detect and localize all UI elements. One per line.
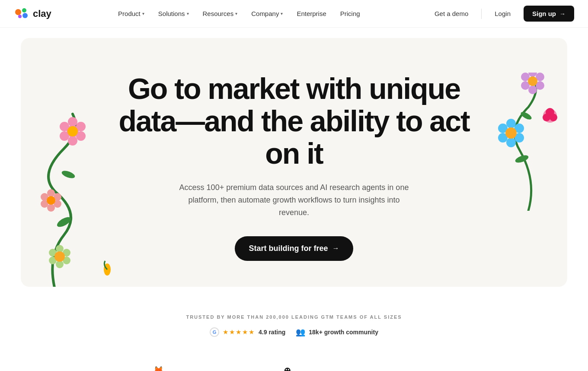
svg-point-10 — [60, 122, 69, 131]
nav-enterprise-label: Enterprise — [297, 10, 326, 17]
svg-point-33 — [528, 86, 537, 94]
svg-point-14 — [54, 193, 61, 201]
logo[interactable]: clay — [14, 6, 51, 22]
svg-point-23 — [56, 260, 64, 268]
svg-point-38 — [514, 124, 524, 133]
nav-resources[interactable]: Resources ▾ — [197, 6, 244, 21]
svg-point-45 — [546, 108, 554, 117]
svg-point-26 — [54, 251, 65, 262]
logo-canva[interactable]: Canva — [35, 364, 86, 371]
logo-anthropic[interactable]: ANTHROPIC Case study — [437, 364, 502, 371]
logos-section: Canva HubSpot 🦊 Vanta Case study ⊟ INTER… — [0, 346, 588, 371]
nav-product[interactable]: Product ▾ — [112, 6, 150, 21]
nav-solutions[interactable]: Solutions ▾ — [152, 6, 195, 21]
arrow-icon: → — [559, 10, 566, 17]
logos-row-1: Canva HubSpot 🦊 Vanta Case study ⊟ INTER… — [35, 358, 553, 371]
navigation: clay Product ▾ Solutions ▾ Resources ▾ C… — [0, 0, 588, 28]
trust-section: TRUSTED BY MORE THAN 200,000 LEADING GTM… — [0, 297, 588, 346]
chevron-down-icon: ▾ — [142, 11, 144, 16]
svg-point-41 — [498, 133, 508, 143]
clay-logo-icon — [14, 6, 29, 22]
svg-point-36 — [528, 76, 537, 86]
logo-airbnb[interactable]: ⌂ airbnb — [386, 362, 438, 371]
svg-point-39 — [514, 133, 524, 143]
chevron-down-icon: ▾ — [187, 11, 189, 16]
svg-point-19 — [47, 196, 55, 205]
cta-button[interactable]: Start building for free → — [235, 236, 353, 261]
svg-point-28 — [55, 215, 72, 229]
svg-point-27 — [104, 263, 111, 276]
svg-point-24 — [49, 257, 57, 264]
signup-label: Sign up — [532, 10, 556, 17]
svg-point-1 — [22, 8, 26, 13]
svg-point-29 — [61, 169, 76, 180]
svg-point-47 — [543, 114, 550, 121]
svg-point-31 — [536, 73, 544, 81]
svg-point-11 — [67, 126, 78, 136]
svg-point-30 — [528, 73, 537, 77]
trust-label: TRUSTED BY MORE THAN 200,000 LEADING GTM… — [21, 314, 567, 320]
nav-company[interactable]: Company ▾ — [245, 6, 289, 21]
chevron-down-icon: ▾ — [235, 11, 237, 16]
svg-point-7 — [76, 131, 86, 141]
logo-square[interactable]: ▣ Square — [326, 364, 386, 371]
nav-divider — [481, 9, 482, 19]
logo-intercom[interactable]: ⊟ INTERCOM — [195, 364, 275, 371]
logo-retool[interactable]: ⟺ Retool — [502, 362, 553, 371]
nav-pricing[interactable]: Pricing — [334, 6, 366, 21]
g2-icon: G — [210, 327, 219, 337]
svg-point-20 — [56, 245, 64, 253]
svg-point-3 — [18, 15, 22, 18]
nav-pricing-label: Pricing — [340, 10, 360, 17]
nav-product-label: Product — [118, 10, 141, 17]
svg-point-18 — [41, 193, 48, 201]
svg-point-9 — [60, 131, 69, 141]
nav-enterprise[interactable]: Enterprise — [291, 6, 332, 21]
svg-point-6 — [76, 122, 86, 131]
hero-title: Go to market with unique data—and the ab… — [99, 73, 489, 169]
g2-rating-stat: G ★★★★★ 4.9 rating — [210, 327, 285, 337]
nav-actions: Get a demo Login Sign up → — [427, 6, 574, 22]
svg-point-13 — [47, 189, 55, 197]
get-demo-button[interactable]: Get a demo — [427, 6, 476, 22]
login-button[interactable]: Login — [487, 6, 518, 22]
svg-point-46 — [550, 114, 557, 121]
hero-section: Go to market with unique data—and the ab… — [21, 38, 567, 287]
svg-point-49 — [520, 111, 533, 121]
svg-point-12 — [47, 196, 55, 205]
nav-links: Product ▾ Solutions ▾ Resources ▾ Compan… — [112, 6, 366, 21]
trust-stats: G ★★★★★ 4.9 rating 👥 18k+ growth communi… — [21, 327, 567, 337]
nav-resources-label: Resources — [203, 10, 234, 17]
svg-point-34 — [521, 81, 530, 90]
svg-point-15 — [54, 200, 61, 208]
svg-point-42 — [498, 124, 508, 133]
svg-point-2 — [22, 13, 28, 18]
svg-point-22 — [63, 257, 70, 264]
svg-point-35 — [521, 73, 530, 81]
nav-company-label: Company — [251, 10, 279, 17]
svg-point-17 — [41, 200, 48, 208]
logo-text: clay — [33, 8, 51, 19]
community-text: 18k+ growth community — [309, 329, 378, 336]
svg-point-43 — [505, 127, 517, 139]
svg-point-32 — [536, 81, 544, 90]
chevron-down-icon: ▾ — [281, 11, 283, 16]
logo-openai[interactable]: ⊕ OpenAI Case study — [275, 358, 326, 371]
star-rating: ★★★★★ — [223, 328, 255, 336]
svg-point-5 — [68, 117, 77, 127]
svg-point-8 — [68, 136, 77, 146]
svg-point-40 — [506, 138, 516, 147]
logo-vanta[interactable]: 🦊 Vanta Case study — [144, 358, 196, 371]
svg-point-0 — [15, 9, 21, 15]
svg-point-48 — [514, 154, 530, 164]
svg-point-21 — [63, 249, 70, 257]
svg-point-16 — [47, 204, 55, 212]
flowers-right-decoration — [494, 73, 567, 211]
svg-point-44 — [543, 109, 557, 123]
logo-hubspot[interactable]: HubSpot — [86, 364, 144, 371]
cta-label: Start building for free — [249, 244, 328, 253]
svg-point-25 — [49, 249, 57, 257]
svg-point-4 — [67, 125, 79, 137]
signup-button[interactable]: Sign up → — [524, 6, 574, 22]
hero-subtitle: Access 100+ premium data sources and AI … — [173, 181, 415, 219]
